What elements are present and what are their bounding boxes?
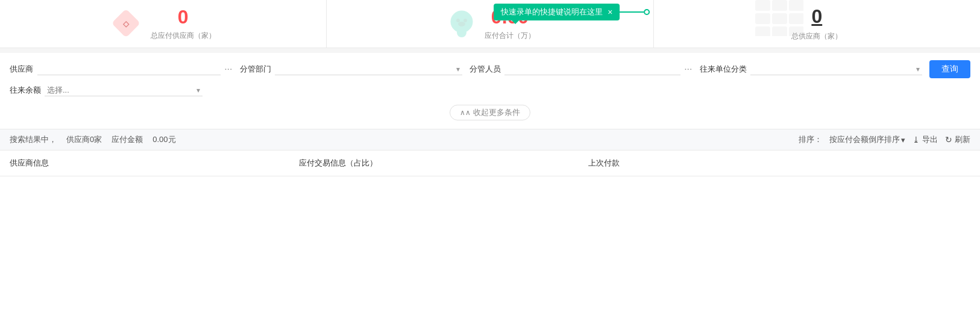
th-supplier-info: 供应商信息 — [10, 158, 299, 169]
svg-point-5 — [456, 19, 460, 22]
sort-value: 按应付会额倒序排序 — [829, 134, 900, 145]
table-empty-area — [0, 176, 980, 310]
tooltip-bubble: 快速录单的快捷键说明在这里 × — [494, 4, 620, 20]
export-button[interactable]: ⤓ 导出 — [912, 134, 938, 145]
filter-row-2: 往来余额 ▾ — [10, 84, 203, 96]
svg-text:◇: ◇ — [122, 19, 130, 28]
results-amount-label: 应付金额 — [112, 134, 143, 145]
balance-select-wrapper[interactable]: ▾ — [45, 84, 203, 96]
diamond-logo-icon: ◇ — [112, 10, 140, 39]
dept-label: 分管部门 — [240, 64, 271, 75]
balance-label: 往来余额 — [10, 85, 41, 96]
unit-category-select-wrapper[interactable]: ▾ — [750, 63, 923, 75]
svg-point-7 — [458, 22, 465, 26]
results-search-prefix: 搜索结果中， — [10, 134, 57, 145]
dept-input[interactable] — [277, 64, 457, 73]
collapse-up-icon: ∧∧ — [460, 108, 471, 117]
results-info: 搜索结果中， 供应商0家 应付金额 0.00元 — [10, 134, 176, 145]
total-payable-label: 总应付供应商（家） — [151, 31, 216, 41]
unit-category-input[interactable] — [753, 64, 917, 73]
results-supplier-count: 供应商0家 — [66, 134, 102, 145]
svg-rect-13 — [772, 13, 787, 24]
stat-payable-total: 0.00 应付合计（万） 快速录单的快捷键说明在这里 × — [327, 0, 653, 48]
sort-label: 排序： — [799, 134, 822, 145]
svg-rect-14 — [789, 13, 803, 24]
supplier-label: 供应商 — [10, 64, 34, 75]
dept-select-wrapper[interactable]: ▾ — [275, 63, 463, 75]
sort-chevron-icon: ▾ — [901, 135, 905, 144]
export-icon: ⤓ — [912, 135, 920, 144]
results-actions: 排序： 按应付会额倒序排序 ▾ ⤓ 导出 ↻ 刷新 — [799, 134, 970, 145]
supplier-input[interactable] — [37, 63, 221, 75]
filter-bar: 供应商 ··· 分管部门 ▾ 分管人员 ··· 往来单位分类 ▾ 查询 — [0, 53, 980, 129]
balance-input[interactable] — [47, 85, 196, 95]
tooltip-close-button[interactable]: × — [608, 8, 612, 16]
filter-dept: 分管部门 ▾ — [240, 63, 463, 75]
filter-unit-category: 往来单位分类 ▾ — [700, 63, 923, 75]
svg-rect-11 — [789, 0, 803, 11]
results-bar: 搜索结果中， 供应商0家 应付金额 0.00元 排序： 按应付会额倒序排序 ▾ … — [0, 129, 980, 150]
refresh-icon: ↻ — [945, 135, 952, 144]
total-payable-number: 0 — [178, 7, 189, 28]
filter-balance: 往来余额 ▾ — [10, 84, 203, 96]
svg-rect-16 — [772, 26, 787, 36]
svg-rect-12 — [755, 13, 770, 24]
collapse-button[interactable]: ∧∧ 收起更多条件 — [450, 105, 530, 120]
sort-select[interactable]: 按应付会额倒序排序 ▾ — [829, 134, 905, 145]
results-amount-value: 0.00元 — [152, 134, 175, 145]
balance-chevron-icon: ▾ — [196, 86, 200, 95]
payable-total-label: 应付合计（万） — [485, 31, 535, 41]
refresh-button[interactable]: ↻ 刷新 — [945, 134, 970, 145]
th-trade-info: 应付交易信息（占比） — [299, 158, 588, 169]
unit-category-label: 往来单位分类 — [700, 64, 747, 75]
grid-bg-icon — [755, 0, 803, 36]
query-button[interactable]: 查询 — [929, 60, 970, 78]
svg-point-8 — [457, 28, 466, 37]
filter-manager: 分管人员 ··· — [470, 63, 693, 75]
svg-rect-10 — [772, 0, 787, 11]
bear-icon — [445, 6, 479, 40]
manager-dots-button[interactable]: ··· — [684, 64, 692, 75]
stats-bar: ◇ 0 总应付供应商（家） — [0, 0, 980, 48]
collapse-row: ∧∧ 收起更多条件 — [10, 102, 970, 125]
filter-row-1: 供应商 ··· 分管部门 ▾ 分管人员 ··· 往来单位分类 ▾ 查询 — [10, 60, 970, 78]
stat-total-payable-suppliers: ◇ 0 总应付供应商（家） — [0, 0, 327, 48]
manager-label: 分管人员 — [470, 64, 501, 75]
filter-supplier: 供应商 ··· — [10, 63, 233, 75]
tooltip-text: 快速录单的快捷键说明在这里 — [501, 7, 603, 17]
table-header: 供应商信息 应付交易信息（占比） 上次付款 — [0, 150, 980, 176]
collapse-label: 收起更多条件 — [473, 107, 520, 118]
supplier-dots-button[interactable]: ··· — [224, 64, 232, 75]
stat-total-suppliers: 0 总供应商（家） — [654, 0, 980, 48]
svg-rect-9 — [755, 0, 770, 11]
dept-chevron-icon: ▾ — [456, 65, 460, 73]
svg-point-6 — [463, 19, 467, 22]
unit-category-chevron-icon: ▾ — [916, 65, 920, 73]
th-last-payment: 上次付款 — [588, 158, 970, 169]
export-label: 导出 — [922, 134, 938, 145]
svg-rect-15 — [755, 26, 770, 36]
total-suppliers-number: 0 — [811, 6, 822, 27]
refresh-label: 刷新 — [955, 134, 970, 145]
svg-rect-17 — [789, 26, 803, 36]
manager-input[interactable] — [504, 63, 680, 75]
